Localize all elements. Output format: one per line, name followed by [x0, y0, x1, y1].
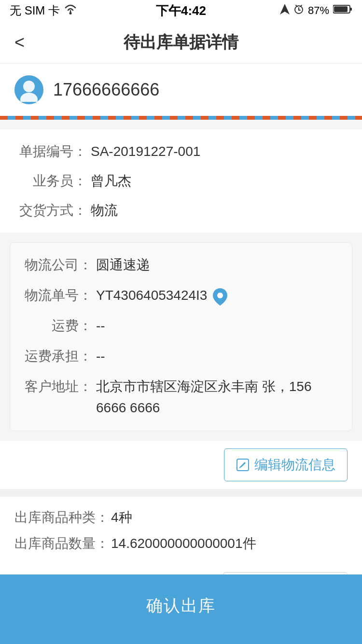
- address-row: 客户地址： 北京市市辖区海淀区永丰南 张，156 6666 6666: [20, 376, 342, 420]
- document-number-label: 单据编号：: [14, 141, 87, 163]
- product-quantity-label: 出库商品数量：: [14, 534, 111, 553]
- staff-value: 曾凡杰: [87, 170, 348, 192]
- page-title: 待出库单据详情: [124, 31, 238, 54]
- status-left: 无 SIM 卡: [10, 3, 77, 18]
- delivery-label: 交货方式：: [14, 200, 87, 222]
- freight-row: 运费： --: [20, 315, 342, 337]
- freight-label: 运费：: [20, 315, 92, 337]
- product-type-value: 4种: [111, 508, 132, 527]
- freight-value: --: [92, 315, 342, 337]
- address-value: 北京市市辖区海淀区永丰南 张，156 6666 6666: [92, 376, 342, 420]
- svg-rect-8: [350, 8, 352, 11]
- edit-icon: [236, 458, 250, 472]
- nav-bar: < 待出库单据详情: [0, 21, 362, 64]
- edit-logistics-label: 编辑物流信息: [254, 456, 335, 474]
- svg-marker-1: [280, 4, 290, 14]
- status-time: 下午4:42: [156, 2, 206, 19]
- freight-bear-label: 运费承担：: [20, 346, 92, 367]
- battery-percentage: 87%: [308, 4, 329, 17]
- battery-icon: [333, 4, 352, 17]
- logistics-company-row: 物流公司： 圆通速递: [20, 254, 342, 276]
- staff-label: 业务员：: [14, 170, 87, 192]
- freight-bear-row: 运费承担： --: [20, 346, 342, 367]
- product-quantity-row: 出库商品数量： 14.620000000000001件: [14, 534, 348, 553]
- carrier-text: 无 SIM 卡: [10, 3, 60, 18]
- content: 17666666666 单据编号： SA-20191227-001 业务员： 曾…: [0, 64, 362, 644]
- staff-row: 业务员： 曾凡杰: [14, 170, 348, 192]
- gps-icon: [280, 4, 290, 17]
- user-section: 17666666666: [0, 64, 362, 116]
- edit-logistics-button[interactable]: 编辑物流信息: [224, 448, 348, 481]
- tracking-label: 物流单号：: [20, 285, 92, 307]
- dashed-divider: [0, 116, 362, 120]
- alarm-icon: [293, 4, 304, 17]
- product-section: 出库商品种类： 4种 出库商品数量： 14.620000000000001件: [0, 497, 362, 564]
- confirm-button-container: 确认出库: [0, 574, 362, 644]
- tracking-value: YT43064053424I3: [92, 285, 342, 307]
- freight-bear-value: --: [92, 346, 342, 367]
- product-type-label: 出库商品种类：: [14, 508, 111, 527]
- address-label: 客户地址：: [20, 376, 92, 398]
- delivery-row: 交货方式： 物流: [14, 200, 348, 222]
- order-info-section: 单据编号： SA-20191227-001 业务员： 曾凡杰 交货方式： 物流: [0, 129, 362, 233]
- product-type-row: 出库商品种类： 4种: [14, 508, 348, 527]
- status-bar: 无 SIM 卡 下午4:42 87%: [0, 0, 362, 21]
- svg-point-10: [23, 81, 35, 92]
- product-quantity-value: 14.620000000000001件: [111, 534, 256, 553]
- document-number-row: 单据编号： SA-20191227-001: [14, 141, 348, 163]
- document-number-value: SA-20191227-001: [87, 141, 348, 163]
- tracking-number: YT43064053424I3: [96, 285, 207, 307]
- section-divider: [0, 489, 362, 497]
- location-pin-button[interactable]: [212, 287, 229, 305]
- delivery-value: 物流: [87, 200, 348, 222]
- status-right: 87%: [280, 4, 352, 17]
- svg-point-11: [20, 93, 38, 102]
- edit-logistics-container: 编辑物流信息: [0, 441, 362, 489]
- logistics-company-value: 圆通速递: [92, 254, 342, 276]
- wifi-icon: [64, 4, 77, 17]
- logistics-section: 物流公司： 圆通速递 物流单号： YT43064053424I3 运费： -- …: [10, 242, 352, 431]
- user-phone: 17666666666: [53, 80, 159, 100]
- svg-point-12: [217, 293, 223, 298]
- back-button[interactable]: <: [14, 32, 25, 53]
- confirm-outbound-button[interactable]: 确认出库: [14, 584, 348, 628]
- tracking-row: 物流单号： YT43064053424I3: [20, 285, 342, 307]
- logistics-company-label: 物流公司：: [20, 254, 92, 276]
- svg-rect-9: [334, 6, 348, 12]
- svg-point-0: [70, 12, 72, 14]
- avatar: [14, 75, 43, 104]
